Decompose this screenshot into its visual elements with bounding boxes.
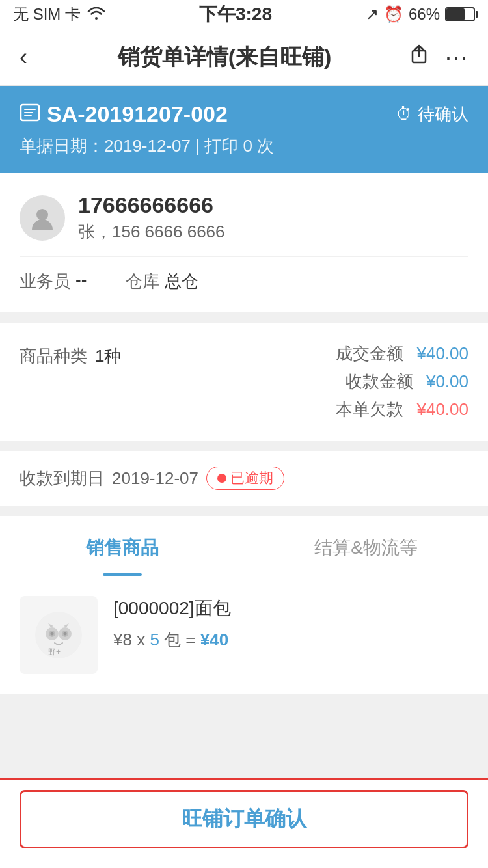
status-bar: 无 SIM 卡 下午3:28 ↗ ⏰ 66% <box>0 0 488 29</box>
wifi-icon <box>87 5 105 23</box>
nav-actions: ··· <box>409 44 468 71</box>
tab-sales[interactable]: 销售商品 <box>0 516 244 576</box>
tabs-header: 销售商品 结算&物流等 <box>0 516 488 576</box>
amount-value-2: ¥40.00 <box>416 400 468 420</box>
tab-settlement[interactable]: 结算&物流等 <box>244 516 488 576</box>
warehouse-value: 总仓 <box>165 270 198 293</box>
due-label: 收款到期日 <box>20 467 104 490</box>
product-thumbnail: 野+ <box>20 596 98 674</box>
order-meta: 单据日期：2019-12-07 | 打印 0 次 <box>20 135 468 157</box>
battery-icon <box>445 7 475 21</box>
category-label: 商品种类 <box>20 345 87 368</box>
svg-point-2 <box>36 209 48 221</box>
table-row: 野+ [0000002]面包 ¥8 x 5 包 = ¥40 <box>20 596 468 674</box>
amount-value-0: ¥40.00 <box>416 344 468 364</box>
warehouse-label: 仓库 <box>126 270 159 293</box>
clock-icon: ⏱ <box>396 104 413 124</box>
amount-label-0: 成交金额 <box>336 342 403 365</box>
due-date: 2019-12-07 <box>112 468 198 489</box>
product-total: ¥40 <box>200 630 228 649</box>
product-thumb-inner: 野+ <box>33 609 85 661</box>
divider <box>20 256 468 257</box>
share-icon[interactable] <box>409 44 429 70</box>
svg-text:野+: 野+ <box>48 647 61 657</box>
more-icon[interactable]: ··· <box>445 44 468 71</box>
salesperson-field: 业务员 -- <box>20 270 87 293</box>
unit-price: ¥8 <box>113 630 132 649</box>
customer-info: 17666666666 张，156 6666 6666 <box>78 193 225 243</box>
alarm-icon: ⏰ <box>384 5 403 23</box>
battery-percent: 66% <box>409 5 440 23</box>
tabs-section: 销售商品 结算&物流等 <box>0 516 488 694</box>
overdue-dot-icon <box>217 474 226 483</box>
order-status-badge: ⏱ 待确认 <box>396 103 468 126</box>
overdue-text: 已逾期 <box>230 468 273 488</box>
salesperson-value: -- <box>75 270 87 293</box>
header-card: SA-20191207-002 ⏱ 待确认 单据日期：2019-12-07 | … <box>0 86 488 173</box>
customer-section: 17666666666 张，156 6666 6666 业务员 -- 仓库 总仓 <box>0 173 488 312</box>
amount-value-1: ¥0.00 <box>426 372 468 392</box>
location-icon: ↗ <box>366 5 379 23</box>
product-qty: 5 <box>150 630 159 649</box>
order-id: SA-20191207-002 <box>20 102 228 127</box>
page-title: 销货单详情(来自旺铺) <box>40 42 409 72</box>
amount-row-2: 本单欠款 ¥40.00 <box>336 398 468 421</box>
amount-label-1: 收款金额 <box>346 370 413 393</box>
due-section: 收款到期日 2019-12-07 已逾期 <box>0 451 488 506</box>
header-top: SA-20191207-002 ⏱ 待确认 <box>20 102 468 127</box>
amount-row-1: 收款金额 ¥0.00 <box>346 370 468 393</box>
summary-section: 商品种类 1种 成交金额 ¥40.00 收款金额 ¥0.00 本单欠款 ¥40.… <box>0 323 488 441</box>
customer-phone: 17666666666 <box>78 193 225 218</box>
svg-point-9 <box>64 632 67 636</box>
product-info: [0000002]面包 ¥8 x 5 包 = ¥40 <box>113 596 468 651</box>
overdue-badge: 已逾期 <box>206 467 284 490</box>
product-unit: 包 <box>164 630 181 649</box>
footer: 旺铺订单确认 <box>0 778 488 868</box>
status-left: 无 SIM 卡 <box>13 4 105 25</box>
status-right: ↗ ⏰ 66% <box>366 5 475 23</box>
svg-point-8 <box>51 632 54 636</box>
amount-label-2: 本单欠款 <box>336 398 403 421</box>
product-price: ¥8 x 5 包 = ¥40 <box>113 629 468 651</box>
product-list: 野+ [0000002]面包 ¥8 x 5 包 = ¥40 <box>0 576 488 694</box>
customer-name: 张，156 6666 6666 <box>78 221 225 243</box>
status-time: 下午3:28 <box>199 2 272 27</box>
product-name: [0000002]面包 <box>113 596 468 621</box>
summary-right: 成交金额 ¥40.00 收款金额 ¥0.00 本单欠款 ¥40.00 <box>336 342 468 421</box>
nav-bar: ‹ 销货单详情(来自旺铺) ··· <box>0 29 488 86</box>
customer-meta: 业务员 -- 仓库 总仓 <box>20 270 468 293</box>
customer-top: 17666666666 张，156 6666 6666 <box>20 193 468 243</box>
category-count: 1种 <box>95 345 121 368</box>
avatar <box>20 195 65 241</box>
summary-left: 商品种类 1种 <box>20 342 316 421</box>
order-id-icon <box>20 102 40 127</box>
salesperson-label: 业务员 <box>20 270 70 293</box>
back-button[interactable]: ‹ <box>20 44 40 71</box>
warehouse-field: 仓库 总仓 <box>126 270 198 293</box>
carrier-text: 无 SIM 卡 <box>13 4 81 25</box>
confirm-order-button[interactable]: 旺铺订单确认 <box>20 790 468 848</box>
amount-row-0: 成交金额 ¥40.00 <box>336 342 468 365</box>
